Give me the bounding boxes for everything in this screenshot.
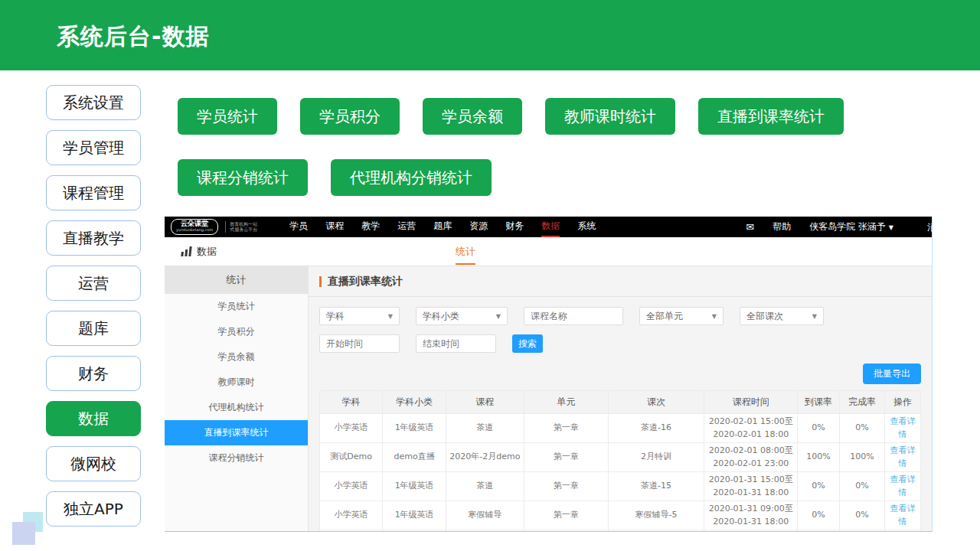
- table-row: 小学英语1年级英语茶道第一章茶道-162020-02-01 15:00至2020…: [320, 414, 921, 443]
- chevron-down-icon: ▼: [889, 224, 893, 231]
- subject-subcategory-select[interactable]: 学科小类 ▼: [416, 307, 508, 325]
- quick-button[interactable]: 学员统计: [178, 98, 277, 135]
- table-cell: 第一章: [524, 414, 608, 443]
- admin-menu-item[interactable]: 代理机构统计: [165, 395, 308, 420]
- quick-button[interactable]: 教师课时统计: [545, 98, 675, 135]
- view-details-link[interactable]: 查看详情: [890, 504, 915, 527]
- table-row: 小学英语1年级英语寒假辅导28号章节英语课程（批量添加课次）-32020-01-…: [320, 530, 921, 533]
- admin-body: 统计 学员统计学员积分学员余额教师课时代理机构统计直播到课率统计课程分销统计 直…: [165, 266, 932, 532]
- left-sidebar-button[interactable]: 独立APP: [46, 491, 141, 527]
- topnav-item[interactable]: 系统: [577, 217, 596, 237]
- topnav-item[interactable]: 资源: [469, 217, 488, 237]
- table-cell: 小学英语: [320, 414, 383, 443]
- left-sidebar-button[interactable]: 运营: [46, 266, 141, 301]
- tab-statistics[interactable]: 统计: [456, 237, 475, 265]
- lesson-select[interactable]: 全部课次 ▼: [740, 307, 824, 325]
- quick-buttons-row-1: 学员统计学员积分学员余额教师课时统计直播到课率统计: [178, 98, 844, 135]
- left-sidebar-button[interactable]: 系统设置: [46, 85, 141, 120]
- table-cell: 茶道-16: [608, 414, 704, 443]
- topnav-item[interactable]: 财务: [505, 217, 524, 237]
- subject-select[interactable]: 学科 ▼: [319, 307, 400, 325]
- side-menu-header: 统计: [165, 266, 308, 294]
- table-cell: 100%: [798, 443, 840, 472]
- logo-domain: yunduoketang.com: [176, 228, 213, 233]
- table-cell: 1年级英语: [383, 530, 446, 533]
- unit-select[interactable]: 全部单元 ▼: [639, 307, 724, 325]
- table-cell: 第一章: [524, 472, 608, 501]
- admin-side-menu: 统计 学员统计学员积分学员余额教师课时代理机构统计直播到课率统计课程分销统计: [165, 266, 309, 532]
- table-cell: demo直播: [383, 443, 446, 472]
- admin-menu-item[interactable]: 学员余额: [165, 344, 308, 370]
- left-sidebar-button[interactable]: 财务: [46, 356, 141, 391]
- export-row: 批量导出: [309, 362, 932, 390]
- table-cell: 1年级英语: [383, 501, 446, 530]
- table-cell: 小学英语: [320, 472, 383, 501]
- table-header-cell: 到课率: [798, 391, 840, 414]
- table-cell: 查看详情: [884, 443, 920, 472]
- quick-button[interactable]: 代理机构分销统计: [331, 159, 492, 196]
- left-sidebar-button[interactable]: 直播教学: [46, 220, 141, 256]
- topnav-item[interactable]: 运营: [397, 217, 416, 237]
- table-header-cell: 课程: [446, 391, 524, 414]
- attendance-table: 学科学科小类课程单元课次课程时间到课率完成率操作 小学英语1年级英语茶道第一章茶…: [319, 390, 921, 532]
- table-cell: 0%: [798, 530, 840, 533]
- cloud-icon: 云朵课堂 yunduoketang.com: [171, 219, 218, 234]
- view-details-link[interactable]: 查看详情: [890, 416, 915, 439]
- account-menu[interactable]: 侠客岛学院 张涵予 ▼: [809, 220, 893, 233]
- quick-button[interactable]: 课程分销统计: [178, 159, 308, 196]
- mail-icon[interactable]: ✉: [746, 221, 754, 233]
- batch-export-button[interactable]: 批量导出: [863, 364, 921, 384]
- search-button[interactable]: 搜索: [512, 334, 543, 353]
- quick-button[interactable]: 学员余额: [423, 98, 522, 135]
- admin-menu-item[interactable]: 学员统计: [165, 294, 308, 319]
- quick-buttons-row-2: 课程分销统计代理机构分销统计: [178, 159, 844, 196]
- admin-menu-item[interactable]: 教师课时: [165, 370, 308, 395]
- topnav-item[interactable]: 课程: [325, 217, 344, 237]
- left-sidebar-button[interactable]: 微网校: [46, 446, 141, 481]
- left-sidebar-button[interactable]: 题库: [46, 311, 141, 346]
- page-banner: 系统后台-数据: [0, 0, 980, 70]
- table-body: 小学英语1年级英语茶道第一章茶道-162020-02-01 15:00至2020…: [320, 414, 921, 533]
- topnav-item[interactable]: 题库: [433, 217, 452, 237]
- quick-button[interactable]: 学员积分: [300, 98, 400, 135]
- admin-menu-item[interactable]: 课程分销统计: [165, 445, 308, 471]
- table-cell: 1年级英语: [383, 472, 446, 501]
- table-cell: 查看详情: [884, 501, 920, 530]
- table-header-row: 学科学科小类课程单元课次课程时间到课率完成率操作: [320, 391, 921, 414]
- chevron-down-icon: ▼: [388, 313, 393, 320]
- quick-button[interactable]: 直播到课率统计: [698, 98, 844, 135]
- table-cell: 寒假辅导: [446, 530, 524, 533]
- table-cell: 小学英语: [320, 501, 383, 530]
- table-cell: 小学英语: [320, 530, 383, 533]
- admin-menu-item[interactable]: 学员积分: [165, 319, 308, 344]
- table-cell: 茶道: [446, 472, 524, 501]
- topnav-item[interactable]: 数据: [541, 217, 560, 237]
- left-sidebar-button[interactable]: 数据: [46, 401, 141, 436]
- course-name-input[interactable]: [524, 307, 623, 325]
- table-header-cell: 单元: [524, 391, 608, 414]
- table-cell: 2020年-2月demo: [446, 443, 524, 472]
- end-time-input[interactable]: [416, 334, 496, 353]
- table-cell: 2月特训: [608, 443, 704, 472]
- table-header-cell: 学科小类: [383, 391, 446, 414]
- logo-tagline: 教育机构一站 式服务云平台: [225, 221, 257, 233]
- table-cell: 2020-02-01 15:00至2020-02-01 18:00: [704, 414, 798, 443]
- table-cell: 0%: [798, 501, 840, 530]
- table-header-cell: 学科: [320, 391, 383, 414]
- help-link[interactable]: 帮助: [773, 220, 791, 233]
- table-cell: 0%: [798, 472, 840, 501]
- view-details-link[interactable]: 查看详情: [890, 474, 915, 497]
- admin-menu-item[interactable]: 直播到课率统计: [165, 420, 308, 445]
- table-cell: 2020-02-01 08:00至2020-02-01 23:00: [704, 443, 798, 472]
- start-time-input[interactable]: [319, 334, 400, 353]
- topnav-items: 学员课程教学运营题库资源财务数据系统: [289, 217, 596, 237]
- cloud-logo[interactable]: 云朵课堂 yunduoketang.com 教育机构一站 式服务云平台: [171, 219, 257, 234]
- left-sidebar-button[interactable]: 学员管理: [46, 130, 141, 165]
- topnav-item[interactable]: 学员: [289, 217, 308, 237]
- view-details-link[interactable]: 查看详情: [890, 445, 915, 468]
- left-sidebar-button[interactable]: 课程管理: [46, 175, 141, 210]
- table-row: 小学英语1年级英语茶道第一章茶道-152020-01-31 15:00至2020…: [320, 472, 921, 501]
- table-row: 测试Demodemo直播2020年-2月demo第一章2月特训2020-02-0…: [320, 443, 921, 472]
- topnav-item[interactable]: 教学: [361, 217, 380, 237]
- table-cell: 寒假辅导: [446, 501, 524, 530]
